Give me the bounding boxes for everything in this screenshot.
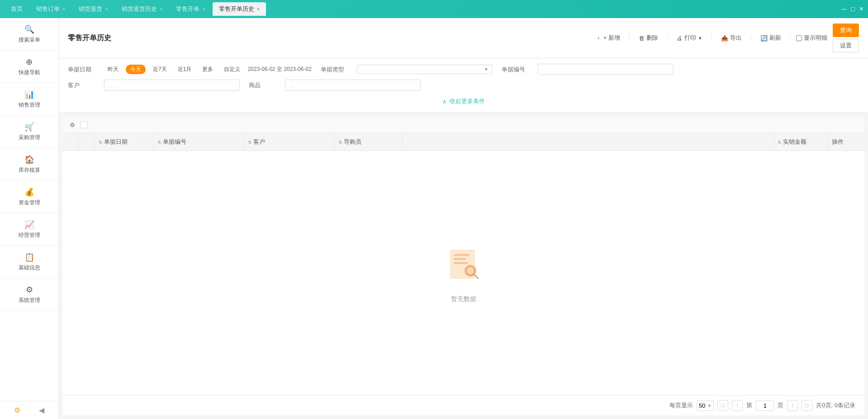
th-date: ⇅ 单据日期 (95, 133, 154, 151)
date-btn-more[interactable]: 更多 (199, 65, 217, 74)
table-toolbar: ⚙ (62, 117, 864, 133)
column-settings-icon[interactable]: ⚙ (68, 120, 77, 129)
page-last-button[interactable]: ⟩⟩ (802, 400, 812, 411)
type-select[interactable]: ▼ (357, 65, 493, 74)
tab-close-sales-return-history[interactable]: × (160, 6, 162, 12)
page-prev-button[interactable]: ⟨ (732, 400, 743, 411)
tab-close-sales-order[interactable]: × (62, 6, 65, 12)
window-max-button[interactable]: □ (851, 5, 854, 13)
empty-text: 暂无数据 (451, 295, 476, 303)
th-spacer (403, 133, 774, 151)
show-detail-checkbox[interactable] (796, 35, 802, 41)
date-btn-today[interactable]: 今天 (126, 65, 146, 74)
svg-rect-2 (454, 258, 466, 260)
sort-icon-salesperson[interactable]: ⇅ (338, 140, 342, 145)
page-first-button[interactable]: ⟨⟨ (717, 400, 728, 411)
sidebar-label-operation: 经营管理 (19, 231, 40, 239)
sidebar-item-basic[interactable]: 📋 基础信息 (0, 246, 58, 278)
page-next-button[interactable]: ⟩ (787, 400, 798, 411)
sidebar-icon-basic: 📋 (24, 252, 34, 262)
type-dropdown-icon: ▼ (484, 67, 489, 72)
tab-close-retail-open[interactable]: × (202, 6, 205, 12)
customer-label: 客户 (68, 81, 95, 89)
total-text: 共0页, 0条记录 (816, 401, 855, 410)
sidebar-icon-inventory: 🏠 (24, 155, 34, 165)
add-button[interactable]: ＋ + 新增 (592, 32, 624, 44)
tab-retail-open-history[interactable]: 零售开单历史× (213, 2, 266, 16)
th-salesperson: ⇅ 导购员 (335, 133, 403, 151)
th-number: ⇅ 单据编号 (154, 133, 244, 151)
settings-icon[interactable]: ⚙ (14, 406, 20, 414)
content-area: 零售开单历史 ＋ + 新增 🗑 删除 🖨 打印 ▼ (59, 18, 868, 419)
show-detail-checkbox-container[interactable]: 显示明细 (796, 34, 827, 42)
tab-sales-return[interactable]: 销货退货× (72, 2, 114, 16)
goods-label: 商品 (249, 81, 276, 89)
th-amount-label: 实销金额 (783, 138, 806, 146)
date-btn-yesterday[interactable]: 昨天 (104, 65, 122, 74)
delete-button[interactable]: 🗑 删除 (635, 32, 662, 44)
sidebar-icon-operation: 📈 (24, 220, 34, 230)
export-button[interactable]: 📤 导出 (717, 32, 745, 44)
window-close-button[interactable]: × (859, 5, 863, 13)
th-salesperson-label: 导购员 (344, 138, 361, 146)
th-customer-label: 客户 (253, 138, 265, 146)
add-icon: ＋ (596, 34, 602, 42)
print-icon: 🖨 (677, 35, 683, 42)
sidebar-label-finance: 资金管理 (19, 199, 40, 207)
tab-label-sales-return-history: 销货退货历史 (122, 5, 157, 13)
table-header: ⇅ 单据日期 ⇅ 单据编号 ⇅ 客户 ⇅ 导购员 ⇅ 实销 (62, 133, 864, 151)
sort-icon-amount[interactable]: ⇅ (778, 140, 781, 145)
th-actions-label: 操作 (832, 138, 844, 146)
tab-label-retail-open-history: 零售开单历史 (219, 5, 254, 13)
export-icon: 📤 (721, 35, 728, 42)
tab-retail-open[interactable]: 零售开单× (170, 2, 211, 16)
print-button[interactable]: 🖨 打印 ▼ (673, 32, 706, 44)
th-customer: ⇅ 客户 (244, 133, 335, 151)
select-all-checkbox[interactable] (81, 121, 88, 128)
tab-close-sales-return[interactable]: × (105, 6, 108, 12)
refresh-button[interactable]: 🔄 刷新 (757, 32, 785, 44)
query-button[interactable]: 查询 (833, 24, 859, 37)
tab-sales-return-history[interactable]: 销货退货历史× (115, 2, 169, 16)
sidebar-item-quick-nav[interactable]: ⊕ 快捷导航 (0, 51, 58, 83)
collapse-text: 收起更多条件 (450, 97, 485, 105)
sidebar-item-search[interactable]: 🔍 搜索采单 (0, 18, 58, 51)
collapse-bar[interactable]: ∧ 收起更多条件 (68, 95, 859, 107)
sidebar-item-sales[interactable]: 📊 销售管理 (0, 83, 58, 116)
sort-icon-customer[interactable]: ⇅ (248, 140, 251, 145)
per-page-dropdown-icon: ▼ (707, 403, 711, 408)
filter-row-1: 单据日期 昨天 今天 近7天 近1月 更多 自定义 2023-06-02 至 2… (68, 64, 859, 75)
delete-icon: 🗑 (639, 35, 645, 42)
main-layout: 🔍 搜索采单 ⊕ 快捷导航 📊 销售管理 🛒 采购管理 🏠 库存核算 💰 资金管… (0, 18, 868, 419)
number-input[interactable] (538, 64, 674, 75)
svg-rect-1 (454, 254, 470, 256)
tab-home[interactable]: 首页 (5, 2, 29, 16)
sidebar-label-purchase: 采购管理 (19, 134, 40, 141)
sidebar-item-finance[interactable]: 💰 资金管理 (0, 181, 58, 213)
page-input[interactable] (756, 400, 774, 411)
sidebar-item-purchase[interactable]: 🛒 采购管理 (0, 116, 58, 148)
setting-button[interactable]: 设置 (833, 39, 859, 52)
sort-icon-date[interactable]: ⇅ (99, 140, 102, 145)
divider-1 (629, 34, 630, 42)
date-btn-custom[interactable]: 自定义 (220, 65, 244, 74)
sort-icon-number[interactable]: ⇅ (157, 140, 161, 145)
window-min-button[interactable]: ─ (842, 5, 846, 13)
sidebar-item-operation[interactable]: 📈 经营管理 (0, 213, 58, 246)
number-label: 单据编号 (502, 66, 529, 74)
goods-input[interactable]: ... (285, 80, 421, 91)
per-page-select[interactable]: 50 ▼ (697, 400, 714, 411)
tab-label-sales-return: 销货退货 (79, 5, 102, 13)
date-btn-7days[interactable]: 近7天 (149, 65, 171, 74)
customer-input[interactable]: ... (104, 80, 240, 91)
sidebar-item-system[interactable]: ⚙ 系统管理 (0, 278, 58, 311)
date-btn-1month[interactable]: 近1月 (174, 65, 195, 74)
date-range-display: 2023-06-02 至 2023-06-02 (247, 66, 311, 73)
tab-sales-order[interactable]: 销售订单× (30, 2, 71, 16)
collapse-icon[interactable]: ◀ (39, 406, 44, 414)
tab-bar: 首页销售订单×销货退货×销货退货历史×零售开单×零售开单历史× (5, 2, 842, 16)
tab-close-retail-open-history[interactable]: × (257, 6, 260, 12)
per-page-label: 每页显示 (669, 401, 693, 410)
sidebar-icon-purchase: 🛒 (24, 122, 34, 132)
sidebar-item-inventory[interactable]: 🏠 库存核算 (0, 148, 58, 181)
